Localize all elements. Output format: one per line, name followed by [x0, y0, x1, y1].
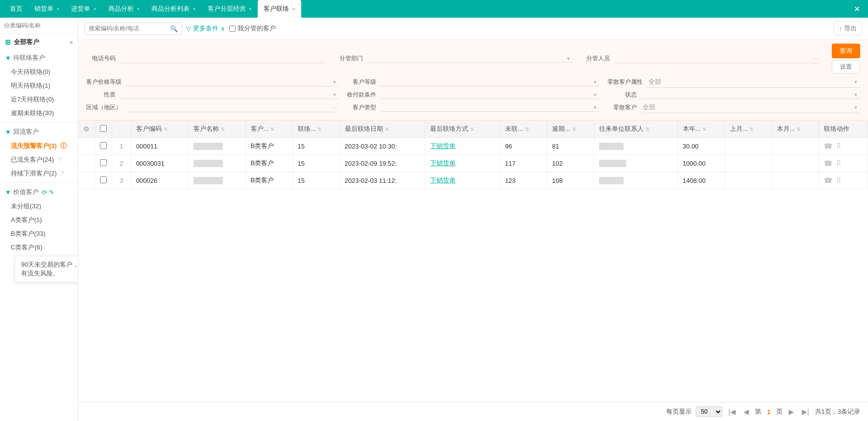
action-contact-icon[interactable]: ☎ — [824, 142, 832, 150]
export-button[interactable]: ↑ 导出 — [834, 22, 863, 35]
row-checkbox-2[interactable] — [100, 176, 107, 183]
sidebar-item-churn-warning[interactable]: 流失预警客户(3) ⓘ — [0, 139, 78, 153]
nav-tab-customer-contact[interactable]: 客户联络 × — [258, 0, 301, 18]
select-all-checkbox[interactable] — [100, 125, 107, 132]
sort-icon-name: ⇅ — [221, 126, 225, 132]
window-close-button[interactable]: ✕ — [850, 4, 864, 14]
th-last-contact-method[interactable]: 最后联络方式 ⇅ — [425, 121, 500, 138]
filter-search-input[interactable] — [89, 25, 170, 32]
first-page-btn[interactable]: |◀ — [726, 407, 738, 417]
nav-tab-purchase-close[interactable]: × — [93, 6, 96, 12]
filter-price-level-select[interactable]: ▼ — [125, 78, 339, 86]
section-churn-customers[interactable]: ▼ 回流客户 — [0, 124, 78, 139]
th-last-month[interactable]: 上月... ⇅ — [724, 121, 772, 138]
row-last-method[interactable]: 下销货单 — [425, 155, 500, 172]
action-more-icon[interactable]: ⠿ — [836, 159, 841, 167]
section-pending-contact[interactable]: ▼ 待联络客户 — [0, 50, 78, 65]
sidebar-item-a-class[interactable]: A类客户(1) — [0, 213, 78, 227]
th-this-month[interactable]: 本月... ⇅ — [772, 121, 819, 138]
sidebar-item-week[interactable]: 近7天待联络(0) — [0, 93, 78, 106]
section-value-customers[interactable]: ▼ 价值客户 ⟳ ✎ — [0, 185, 78, 199]
filter-status-select[interactable]: ▼ — [641, 91, 860, 99]
nav-tab-product-list-close[interactable]: × — [193, 6, 195, 12]
th-contacts-label: 联络... — [298, 124, 316, 133]
prev-page-btn[interactable]: ◀ — [742, 407, 751, 417]
row-checkbox-1[interactable] — [100, 159, 107, 166]
table-settings-icon[interactable]: ⚙ — [83, 125, 90, 133]
row-method-link[interactable]: 下销货单 — [430, 176, 456, 184]
nav-tab-customer-contact-close[interactable]: × — [292, 6, 295, 12]
action-more-icon[interactable]: ⠿ — [836, 176, 841, 184]
c-class-label: C类客户(6) — [11, 244, 42, 251]
last-page-btn[interactable]: ▶| — [800, 407, 811, 417]
sidebar-item-churned[interactable]: 已流失客户(24) ? — [0, 153, 78, 167]
filter-row-3: 性质 ▼ 收付款条件 ▼ 状态 — [86, 91, 860, 99]
sidebar-item-today[interactable]: 今天待联络(0) — [0, 65, 78, 79]
row-type: B类客户 — [245, 155, 292, 172]
th-last-contact-date[interactable]: 最后联络日期 ⇅ — [339, 121, 425, 138]
nav-tab-customer-layer[interactable]: 客户分层经营 × — [202, 0, 258, 18]
th-unit-contact[interactable]: 往来单位联系人 ⇅ — [594, 121, 677, 138]
action-contact-icon[interactable]: ☎ — [824, 159, 832, 167]
row-contacts: 15 — [292, 138, 339, 155]
filter-zero-attr-select[interactable]: 全部 ▼ — [647, 76, 860, 88]
filter-gender-select[interactable]: ▼ — [120, 91, 339, 99]
my-customers-checkbox-area[interactable]: 我分管的客户 — [229, 24, 276, 33]
filter-payment-select[interactable]: ▼ — [380, 91, 600, 99]
th-contacts[interactable]: 联络... ⇅ — [292, 121, 339, 138]
th-code[interactable]: 客户编码 ⇅ — [131, 121, 188, 138]
per-page-select[interactable]: 50 20 100 — [696, 406, 723, 417]
filter-region-select[interactable]: ··· — [125, 103, 339, 112]
row-check-cell[interactable] — [95, 138, 112, 155]
th-check[interactable] — [95, 121, 112, 138]
action-more-icon[interactable]: ⠿ — [836, 142, 841, 150]
row-last-method[interactable]: 下销货单 — [425, 138, 500, 155]
row-check-cell[interactable] — [95, 172, 112, 189]
sidebar-item-declining[interactable]: 持续下滑客户(2) ? — [0, 167, 78, 180]
nav-tab-product-analysis-close[interactable]: × — [137, 6, 140, 12]
row-method-link[interactable]: 下销货单 — [430, 142, 456, 149]
th-name[interactable]: 客户名称 ⇅ — [188, 121, 245, 138]
th-settings[interactable]: ⚙ — [78, 121, 95, 138]
next-page-btn[interactable]: ▶ — [787, 407, 796, 417]
filter-dept-select[interactable]: ▼ — [367, 55, 573, 63]
filter-zero-customer-label: 零散客户 — [607, 103, 637, 112]
section-arrow-value: ▼ — [5, 189, 11, 196]
action-contact-icon[interactable]: ☎ — [824, 176, 832, 184]
table-header-row: ⚙ 客户编码 ⇅ — [78, 121, 868, 138]
sidebar-search-input[interactable] — [4, 22, 77, 29]
filter-level-select[interactable]: ▼ — [380, 78, 600, 86]
nav-tab-sales[interactable]: 销货单 × — [28, 0, 65, 18]
nav-tab-product-analysis[interactable]: 商品分析 × — [102, 0, 145, 18]
row-checkbox-0[interactable] — [100, 142, 107, 149]
row-check-cell[interactable] — [95, 155, 112, 172]
nav-tab-customer-layer-close[interactable]: × — [249, 6, 252, 12]
sidebar-item-b-class[interactable]: B类客户(33) — [0, 227, 78, 241]
refresh-icon[interactable]: ⟳ — [42, 189, 47, 196]
filter-zero-customer-select[interactable]: 全部 ▼ — [641, 102, 860, 113]
all-customers-header[interactable]: ⊞ 全部客户 « — [0, 34, 78, 50]
my-customers-checkbox[interactable] — [229, 25, 236, 32]
sidebar-item-ungrouped[interactable]: 未分组(32) — [0, 199, 78, 213]
th-uncontacted[interactable]: 未联... ⇅ — [500, 121, 547, 138]
row-method-link[interactable]: 下销货单 — [430, 159, 456, 167]
nav-tab-product-list[interactable]: 商品分析列表 × — [145, 0, 201, 18]
filter-phone-input[interactable] — [120, 54, 326, 63]
more-conditions-btn[interactable]: ▽ 更多条件 ∧ — [186, 24, 225, 33]
sidebar-item-c-class[interactable]: C类客户(6) — [0, 241, 78, 254]
query-button[interactable]: 查询 — [832, 44, 860, 58]
filter-customer-type-select[interactable]: ▼ — [380, 104, 600, 112]
sidebar-item-overdue[interactable]: 逾期未联络(30) — [0, 106, 78, 120]
row-last-method[interactable]: 下销货单 — [425, 172, 500, 189]
th-overdue[interactable]: 逾期... ⇅ — [547, 121, 594, 138]
sidebar-item-tomorrow[interactable]: 明天待联络(1) — [0, 79, 78, 93]
nav-tab-purchase[interactable]: 进货单 × — [65, 0, 102, 18]
th-action-label: 联络动作 — [824, 125, 849, 132]
th-type[interactable]: 客户... ⇅ — [245, 121, 292, 138]
nav-home[interactable]: 首页 — [4, 4, 28, 13]
edit-icon[interactable]: ✎ — [49, 189, 54, 196]
nav-tab-sales-close[interactable]: × — [56, 6, 59, 12]
th-this-year[interactable]: 本年... ⇅ — [677, 121, 724, 138]
filter-manager-select[interactable]: ··· — [614, 54, 820, 63]
settings-button[interactable]: 设置 — [832, 60, 860, 74]
